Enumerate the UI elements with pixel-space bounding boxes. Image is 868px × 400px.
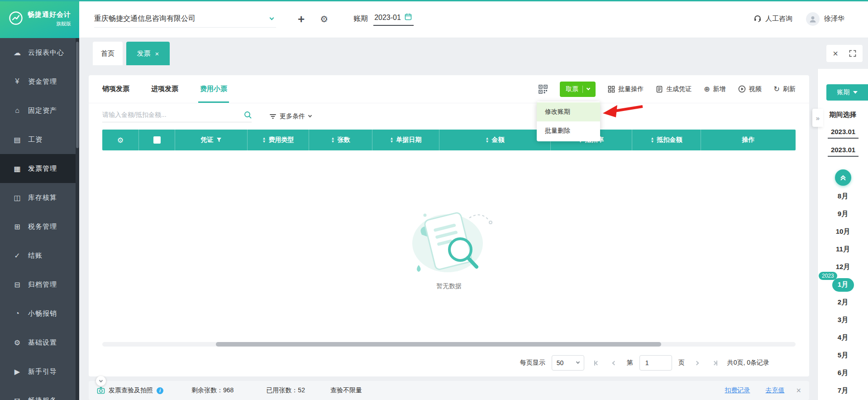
period-picker[interactable]: 2023-01	[373, 12, 414, 26]
horizontal-scrollbar-thumb[interactable]	[216, 342, 661, 347]
menu-item-batch-delete[interactable]: 批量删除	[537, 121, 600, 140]
sidebar-item-service[interactable]: ✉ 畅捷服务	[0, 386, 79, 400]
qr-code-icon[interactable]	[539, 85, 548, 94]
sort-icon[interactable]: ▲▼	[651, 137, 654, 143]
sort-icon[interactable]: ▲▼	[331, 137, 335, 143]
search-box	[102, 111, 252, 122]
fullscreen-icon[interactable]	[849, 50, 856, 57]
page-number-input[interactable]	[639, 355, 672, 371]
add-account-button[interactable]: +	[298, 13, 305, 25]
per-page-select[interactable]: 50	[552, 355, 584, 371]
menu-item-modify-period[interactable]: 修改账期	[537, 102, 600, 121]
sidebar-item-funds[interactable]: ¥ 资金管理	[0, 67, 79, 96]
select-all-cell	[138, 130, 175, 150]
brand-logo: 畅捷通好会计 旗舰版	[0, 0, 79, 38]
top-bar: 畅捷通好会计 旗舰版 重庆畅捷交通信息咨询有限公司 + ⚙ 账期 2023-01	[0, 0, 868, 38]
add-new-button[interactable]: ⊕ 新增	[704, 85, 725, 93]
filter-funnel-icon[interactable]	[216, 137, 222, 143]
video-button[interactable]: 视频	[738, 85, 762, 93]
info-icon[interactable]: i	[157, 387, 163, 394]
tab-home[interactable]: 首页	[93, 42, 123, 65]
period-tag-button[interactable]: 账期	[826, 84, 868, 101]
search-input[interactable]	[102, 111, 244, 118]
tab-invoice[interactable]: 发票 ×	[126, 42, 170, 65]
app-window: 畅捷通好会计 旗舰版 重庆畅捷交通信息咨询有限公司 + ⚙ 账期 2023-01	[0, 0, 868, 400]
tab-strip: 首页 发票 × ×	[79, 38, 868, 69]
get-invoice-button[interactable]: 取票	[560, 82, 596, 97]
per-page-label: 每页显示	[520, 359, 545, 367]
tab-sales-invoice[interactable]: 销项发票	[102, 75, 129, 103]
close-icon[interactable]: ×	[833, 49, 838, 58]
month-item[interactable]: 7月	[818, 382, 868, 400]
sort-icon[interactable]: ▲▼	[390, 137, 394, 143]
last-page-button[interactable]	[709, 357, 721, 369]
sidebar-item-tax[interactable]: ⊞ 税务管理	[0, 212, 79, 241]
search-icon[interactable]	[244, 111, 252, 119]
header-expense-type: ▲▼ 费用类型	[247, 130, 309, 150]
sidebar-item-fixed-assets[interactable]: ⌂ 固定资产	[0, 96, 79, 125]
month-item[interactable]: 8月	[818, 188, 868, 205]
sidebar-item-reimburse[interactable]: ◔ 小畅报销	[0, 299, 79, 328]
column-gear-icon[interactable]: ⚙	[117, 136, 124, 145]
sidebar-item-basic-settings[interactable]: ⚙ 基础设置	[0, 328, 79, 357]
fee-record-link[interactable]: 扣费记录	[725, 386, 750, 395]
funds-icon: ¥	[12, 77, 23, 86]
batch-operations-button[interactable]: 批量操作	[608, 85, 644, 93]
user-menu[interactable]: 徐泽华	[806, 12, 844, 26]
brand-text: 畅捷通好会计 旗舰版	[28, 10, 71, 27]
invoice-check-footer: 发票查验及拍照 i 剩余张数：968 已用张数：52 查验不限量 扣费记录 去充…	[89, 381, 809, 400]
cloud-report-icon: ☁	[12, 48, 23, 57]
month-item[interactable]: 10月	[818, 223, 868, 241]
tab-input-invoice[interactable]: 进项发票	[151, 75, 178, 103]
page-suffix: 页	[678, 359, 685, 367]
month-item[interactable]: 2月	[818, 294, 868, 311]
chevron-down-icon	[308, 114, 312, 117]
header-count: ▲▼ 张数	[309, 130, 372, 150]
close-footer-icon[interactable]: ×	[796, 386, 801, 395]
month-item[interactable]: 6月	[818, 364, 868, 382]
period-panel-title: 期间选择	[818, 111, 868, 119]
sort-icon[interactable]: ▲▼	[262, 137, 266, 143]
recharge-link[interactable]: 去充值	[765, 386, 784, 395]
sidebar-item-cloud-reports[interactable]: ☁ 云报表中心	[0, 38, 79, 67]
sort-icon[interactable]: ▲▼	[486, 137, 489, 143]
sidebar-item-archive[interactable]: ⊟ 归档管理	[0, 270, 79, 299]
sidebar-item-inventory[interactable]: ◫ 库存核算	[0, 183, 79, 212]
month-item[interactable]: 4月	[818, 329, 868, 347]
first-page-button[interactable]	[591, 357, 602, 369]
sidebar-item-closing[interactable]: ✓ 结账	[0, 241, 79, 270]
reimburse-icon: ◔	[12, 309, 23, 318]
generate-voucher-button[interactable]: 生成凭证	[656, 85, 692, 93]
refresh-button[interactable]: ↻ 刷新	[774, 85, 796, 93]
fixed-assets-icon: ⌂	[12, 106, 23, 115]
month-item[interactable]: 5月	[818, 347, 868, 364]
sidebar-item-beginner-guide[interactable]: ▶ 新手引导	[0, 357, 79, 386]
footer-collapse-button[interactable]	[96, 376, 106, 386]
period-date-to[interactable]: 2023.01	[828, 146, 858, 157]
month-item[interactable]: 3月	[818, 311, 868, 329]
sidebar-item-salary[interactable]: ▤ 工资	[0, 125, 79, 154]
close-tab-icon[interactable]: ×	[155, 50, 159, 57]
scroll-up-button[interactable]	[835, 169, 851, 186]
refresh-icon: ↻	[774, 86, 780, 93]
chevron-down-icon	[576, 360, 579, 364]
month-item[interactable]: 11月	[818, 241, 868, 258]
closing-icon: ✓	[12, 251, 23, 260]
sidebar-item-invoice-mgmt[interactable]: ▦ 发票管理	[0, 154, 79, 183]
settings-gear-icon[interactable]: ⚙	[320, 14, 328, 24]
header-doc-date: ▲▼ 单据日期	[372, 130, 439, 150]
more-filters-button[interactable]: 更多条件	[270, 112, 311, 120]
brand-logo-icon	[8, 10, 24, 28]
prev-page-button[interactable]	[609, 357, 620, 369]
invoice-scan-group[interactable]: 发票查验及拍照 i	[97, 386, 163, 395]
select-all-checkbox[interactable]	[153, 136, 161, 144]
support-button[interactable]: 人工咨询	[754, 14, 792, 24]
tab-expense-receipt[interactable]: 费用小票	[200, 75, 227, 103]
month-item[interactable]: 9月	[818, 205, 868, 223]
sidebar-scrollbar-thumb[interactable]	[76, 42, 79, 148]
period-date-from[interactable]: 2023.01	[828, 128, 858, 139]
main-content: 销项发票 进项发票 费用小票 取票 批量操作	[79, 69, 817, 400]
next-page-button[interactable]	[691, 357, 703, 369]
company-selector[interactable]: 重庆畅捷交通信息咨询有限公司	[94, 14, 276, 28]
avatar	[806, 12, 820, 26]
